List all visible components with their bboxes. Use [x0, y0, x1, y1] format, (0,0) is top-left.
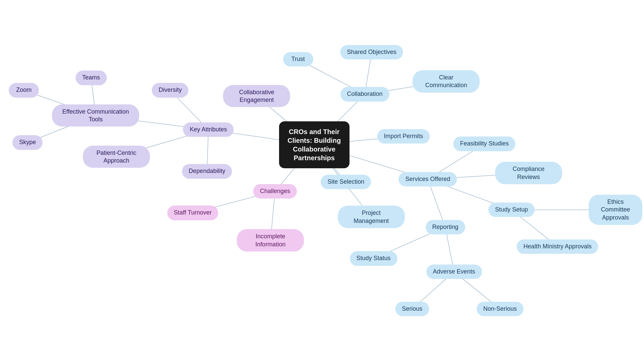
node-label-health-ministry: Health Ministry Approvals: [524, 243, 592, 250]
node-project-management[interactable]: Project Management: [338, 206, 405, 228]
node-study-status[interactable]: Study Status: [350, 251, 397, 266]
node-site-selection[interactable]: Site Selection: [321, 175, 371, 189]
node-staff-turnover[interactable]: Staff Turnover: [167, 206, 218, 220]
node-label-skype: Skype: [19, 139, 36, 146]
node-services-offered[interactable]: Services Offered: [399, 172, 457, 186]
node-adverse-events[interactable]: Adverse Events: [426, 264, 482, 279]
node-label-challenges: Challenges: [260, 187, 290, 195]
node-label-services-offered: Services Offered: [406, 175, 450, 183]
node-label-adverse-events: Adverse Events: [433, 268, 475, 276]
node-label-incomplete-info: Incomplete Information: [244, 233, 297, 248]
node-study-setup[interactable]: Study Setup: [488, 202, 535, 217]
node-label-collaboration: Collaboration: [347, 90, 382, 98]
node-label-patient-centric: Patient-Centric Approach: [90, 149, 143, 165]
node-shared-objectives[interactable]: Shared Objectives: [340, 45, 403, 59]
node-challenges[interactable]: Challenges: [253, 184, 297, 198]
node-label-feasibility-studies: Feasibility Studies: [460, 140, 509, 148]
node-label-serious: Serious: [402, 305, 422, 313]
node-collaboration[interactable]: Collaboration: [340, 87, 389, 102]
node-label-shared-objectives: Shared Objectives: [347, 48, 396, 56]
mind-map-container: CROs and Their Clients: Building Collabo…: [0, 0, 644, 363]
node-label-zoom: Zoom: [16, 86, 32, 94]
node-label-import-permits: Import Permits: [384, 132, 423, 140]
node-label-reporting: Reporting: [432, 223, 459, 231]
node-label-trust: Trust: [291, 55, 305, 63]
node-label-clear-communication: Clear Communication: [419, 74, 473, 89]
node-label-study-status: Study Status: [357, 255, 391, 262]
node-key-attributes[interactable]: Key Attributes: [183, 122, 234, 137]
node-collaborative-engagement[interactable]: Collaborative Engagement: [223, 85, 290, 107]
node-label-dependability: Dependability: [189, 167, 225, 175]
node-label-site-selection: Site Selection: [327, 178, 364, 186]
node-label-ethics-committee: Ethics Committee Approvals: [595, 198, 636, 222]
node-import-permits[interactable]: Import Permits: [377, 129, 430, 143]
node-label-project-management: Project Management: [344, 209, 398, 225]
node-diversity[interactable]: Diversity: [152, 83, 189, 98]
node-non-serious[interactable]: Non-Serious: [477, 302, 524, 316]
node-serious[interactable]: Serious: [395, 302, 429, 316]
node-label-diversity: Diversity: [159, 86, 182, 94]
node-skype[interactable]: Skype: [12, 135, 43, 150]
node-dependability[interactable]: Dependability: [182, 164, 232, 178]
node-teams[interactable]: Teams: [75, 71, 107, 85]
node-center[interactable]: CROs and Their Clients: Building Collabo…: [279, 121, 350, 168]
node-label-collaborative-engagement: Collaborative Engagement: [230, 88, 283, 104]
node-trust[interactable]: Trust: [283, 52, 313, 66]
node-label-teams: Teams: [82, 74, 100, 82]
node-health-ministry[interactable]: Health Ministry Approvals: [517, 239, 598, 254]
node-patient-centric[interactable]: Patient-Centric Approach: [83, 145, 150, 168]
node-label-non-serious: Non-Serious: [483, 305, 517, 313]
node-label-effective-comm-tools: Effective Communication Tools: [59, 108, 132, 123]
node-label-compliance-reviews: Compliance Reviews: [502, 165, 555, 181]
node-clear-communication[interactable]: Clear Communication: [413, 70, 480, 93]
node-label-center: CROs and Their Clients: Building Collabo…: [286, 127, 343, 162]
node-label-staff-turnover: Staff Turnover: [174, 209, 212, 217]
node-compliance-reviews[interactable]: Compliance Reviews: [495, 162, 562, 184]
node-feasibility-studies[interactable]: Feasibility Studies: [453, 137, 516, 151]
node-ethics-committee[interactable]: Ethics Committee Approvals: [589, 195, 642, 225]
node-zoom[interactable]: Zoom: [9, 83, 39, 98]
node-effective-comm-tools[interactable]: Effective Communication Tools: [52, 104, 139, 127]
node-reporting[interactable]: Reporting: [426, 220, 465, 234]
node-incomplete-info[interactable]: Incomplete Information: [237, 229, 304, 252]
node-label-key-attributes: Key Attributes: [190, 126, 227, 133]
node-label-study-setup: Study Setup: [495, 206, 528, 214]
